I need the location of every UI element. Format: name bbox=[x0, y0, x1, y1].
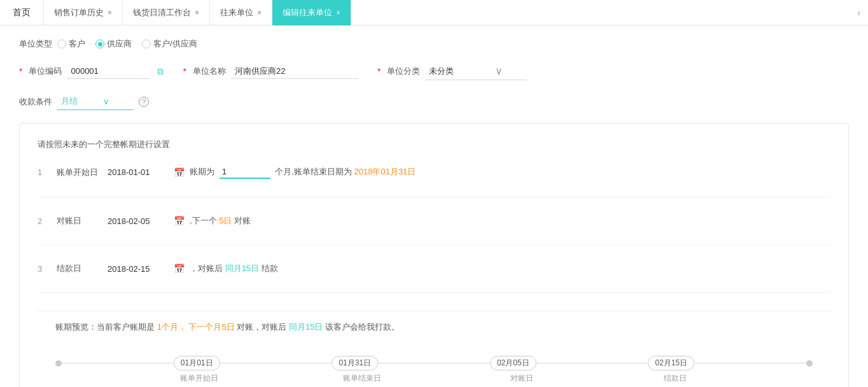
code-input[interactable] bbox=[67, 64, 150, 79]
timeline-node-4: 02月15日 bbox=[648, 356, 694, 370]
timeline-seg-4 bbox=[694, 363, 806, 363]
close-edit-partner[interactable]: × bbox=[336, 8, 340, 17]
timeline-seg-0 bbox=[62, 363, 174, 363]
payment-help-icon[interactable]: ? bbox=[139, 97, 149, 107]
name-input[interactable] bbox=[231, 64, 358, 79]
timeline-start-dot bbox=[55, 360, 62, 367]
preview-section: 账期预览：当前客户账期是 1个月， 下一个月5日 对账，对账后 同月15日 该客… bbox=[38, 311, 830, 343]
period-desc-1: 账期为 个月,账单结束日期为 2018年01月31日 bbox=[190, 165, 416, 179]
close-partner[interactable]: × bbox=[257, 8, 262, 17]
radio-customer[interactable]: 客户 bbox=[57, 38, 85, 50]
tab-partner[interactable]: 往来单位 × bbox=[210, 0, 272, 25]
period-label-1: 账单开始日 bbox=[57, 167, 108, 178]
period-num-1: 1 bbox=[38, 167, 57, 177]
period-payment-highlight: 同月15日 bbox=[225, 264, 259, 273]
category-label: 单位分类 bbox=[387, 66, 420, 77]
tab-bar: 首页 销售订单历史 × 钱货日清工作台 × 往来单位 × 编辑往来单位 × › bbox=[0, 0, 868, 25]
code-group: * 单位编码 ⧉ bbox=[19, 64, 164, 79]
period-reconcile-highlight: 5日 bbox=[219, 216, 232, 225]
period-row-1: 1 账单开始日 2018-01-01 📅 账期为 个月,账单结束日期为 2018… bbox=[38, 165, 830, 197]
period-label-3: 结款日 bbox=[57, 263, 108, 274]
copy-icon[interactable]: ⧉ bbox=[157, 66, 164, 77]
unit-type-radios: 客户 供应商 客户/供应商 bbox=[57, 38, 197, 50]
period-date-3: 2018-02-15 bbox=[108, 264, 171, 274]
period-desc-2: ,下一个 5日 对账 bbox=[190, 215, 251, 227]
timeline-end-dot bbox=[806, 360, 813, 367]
period-num-2: 2 bbox=[38, 216, 57, 226]
period-row-3: 3 结款日 2018-02-15 📅 ，对账后 同月15日 结款 bbox=[38, 263, 830, 293]
category-chevron-icon: ∨ bbox=[495, 65, 523, 77]
timeline-node-2: 01月31日 bbox=[332, 356, 378, 370]
preview-text: 账期预览：当前客户账期是 1个月， 下一个月5日 对账，对账后 同月15日 该客… bbox=[55, 322, 400, 332]
timeline-seg-1 bbox=[220, 363, 332, 363]
payment-select[interactable]: 月结 ∨ bbox=[57, 93, 134, 110]
period-desc-3: ，对账后 同月15日 结款 bbox=[190, 263, 278, 274]
name-group: * 单位名称 bbox=[183, 64, 358, 79]
period-row-2: 2 对账日 2018-02-05 📅 ,下一个 5日 对账 bbox=[38, 215, 830, 245]
preview-reconcile-date: 下一个月5日 bbox=[188, 322, 234, 332]
timeline-section: 01月01日 01月31日 02月05日 02月15日 bbox=[38, 343, 830, 387]
payment-label: 收款条件 bbox=[19, 96, 52, 108]
period-end-date: 2018年01月31日 bbox=[354, 167, 416, 176]
timeline-label-4: 结款日 bbox=[656, 373, 694, 384]
month-input[interactable] bbox=[220, 165, 270, 179]
close-sales-history[interactable]: × bbox=[108, 8, 112, 17]
payment-group: 收款条件 月结 ∨ ? bbox=[19, 93, 149, 110]
timeline-label-2: 账单结束日 bbox=[337, 373, 388, 384]
tab-sales-history[interactable]: 销售订单历史 × bbox=[44, 0, 123, 25]
tab-home[interactable]: 首页 bbox=[0, 0, 44, 25]
close-cash-work[interactable]: × bbox=[195, 8, 199, 17]
timeline-seg-3 bbox=[536, 363, 648, 363]
period-label-2: 对账日 bbox=[57, 215, 108, 227]
name-label: 单位名称 bbox=[193, 66, 226, 77]
timeline-label-3: 对账日 bbox=[500, 373, 544, 384]
calendar-icon-1[interactable]: 📅 bbox=[174, 167, 185, 178]
code-label: 单位编码 bbox=[29, 66, 62, 77]
info-row: * 单位编码 ⧉ * 单位名称 * 单位分类 未分类 ∨ bbox=[19, 62, 849, 80]
timeline-track: 01月01日 01月31日 02月05日 02月15日 bbox=[55, 356, 813, 370]
main-content: 单位类型 客户 供应商 客户/供应商 * 单位编码 bbox=[0, 25, 868, 387]
period-card: 请按照未来的一个完整帐期进行设置 1 账单开始日 2018-01-01 📅 账期… bbox=[19, 123, 849, 387]
calendar-icon-2[interactable]: 📅 bbox=[174, 216, 185, 226]
radio-circle-supplier bbox=[95, 39, 104, 48]
preview-months: 1个月， bbox=[157, 322, 186, 332]
timeline-seg-2 bbox=[378, 363, 490, 363]
radio-both[interactable]: 客户/供应商 bbox=[142, 38, 197, 50]
radio-supplier[interactable]: 供应商 bbox=[95, 38, 132, 50]
timeline-pill-3: 02月05日 bbox=[490, 356, 536, 370]
category-group: * 单位分类 未分类 ∨ bbox=[377, 62, 527, 80]
tab-cash-work[interactable]: 钱货日清工作台 × bbox=[123, 0, 210, 25]
card-instruction: 请按照未来的一个完整帐期进行设置 bbox=[38, 139, 830, 150]
period-date-2: 2018-02-05 bbox=[108, 216, 171, 226]
timeline-labels: 账单开始日 账单结束日 对账日 结款日 bbox=[55, 373, 813, 384]
category-select[interactable]: 未分类 ∨ bbox=[425, 62, 527, 80]
timeline-node-1: 01月01日 bbox=[174, 356, 220, 370]
period-num-3: 3 bbox=[38, 264, 57, 274]
unit-type-label: 单位类型 bbox=[19, 38, 52, 50]
preview-payment-date: 同月15日 bbox=[289, 322, 323, 332]
timeline-node-3: 02月05日 bbox=[490, 356, 536, 370]
unit-type-row: 单位类型 客户 供应商 客户/供应商 bbox=[19, 38, 849, 50]
calendar-icon-3[interactable]: 📅 bbox=[174, 264, 185, 274]
timeline-pill-1: 01月01日 bbox=[174, 356, 220, 370]
radio-circle-customer bbox=[57, 39, 66, 48]
radio-circle-both bbox=[142, 39, 151, 48]
tab-scroll-arrow[interactable]: › bbox=[850, 8, 868, 18]
tab-edit-partner[interactable]: 编辑往来单位 × bbox=[272, 0, 351, 25]
payment-row: 收款条件 月结 ∨ ? bbox=[19, 93, 849, 110]
unit-type-group: 单位类型 客户 供应商 客户/供应商 bbox=[19, 38, 197, 50]
payment-chevron-icon: ∨ bbox=[103, 97, 109, 106]
timeline-pill-2: 01月31日 bbox=[332, 356, 378, 370]
timeline-pill-4: 02月15日 bbox=[648, 356, 694, 370]
period-date-1: 2018-01-01 bbox=[108, 167, 171, 177]
timeline-label-1: 账单开始日 bbox=[174, 373, 225, 384]
